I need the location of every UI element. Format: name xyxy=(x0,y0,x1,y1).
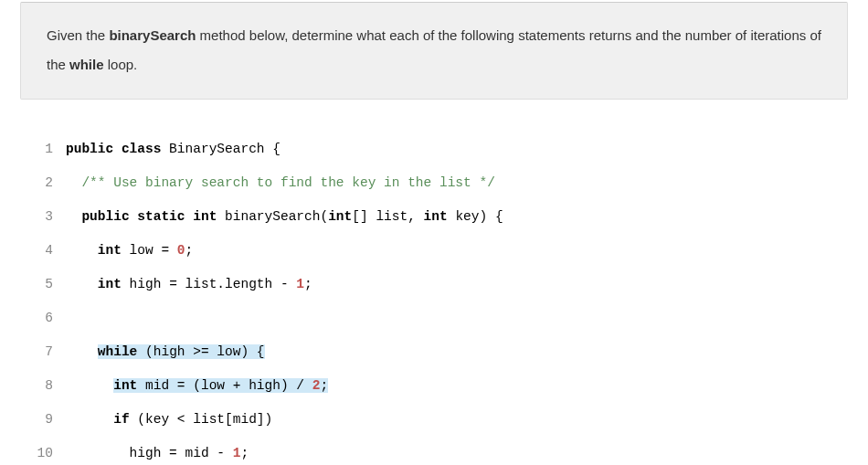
line-number: 8 xyxy=(18,377,66,395)
question-bold2: while xyxy=(69,57,104,72)
question-text: Given the binarySearch method below, det… xyxy=(47,21,821,79)
line-number: 3 xyxy=(18,208,66,226)
code-line: public static int binarySearch(int[] lis… xyxy=(66,208,868,226)
code-block: 1public class BinarySearch { 2 /** Use b… xyxy=(18,123,868,465)
line-number: 5 xyxy=(18,276,66,293)
code-line xyxy=(66,310,868,327)
line-number: 6 xyxy=(18,310,66,327)
line-number: 9 xyxy=(18,411,66,428)
line-number: 10 xyxy=(18,445,66,462)
code-line: public class BinarySearch { xyxy=(66,141,868,158)
line-number: 4 xyxy=(18,242,66,259)
line-number: 7 xyxy=(18,343,66,361)
question-part3: loop. xyxy=(104,57,138,72)
question-bold1: binarySearch xyxy=(109,27,196,43)
line-number: 2 xyxy=(18,174,66,192)
question-part1: Given the xyxy=(47,27,109,43)
code-line: while (high >= low) { xyxy=(66,343,868,361)
code-line: int low = 0; xyxy=(66,242,868,259)
code-line: /** Use binary search to find the key in… xyxy=(66,174,868,192)
code-line: if (key < list[mid]) xyxy=(66,411,868,428)
code-line: int mid = (low + high) / 2; xyxy=(66,377,868,395)
code-line: high = mid - 1; xyxy=(66,445,868,462)
code-line: int high = list.length - 1; xyxy=(66,276,868,293)
line-number: 1 xyxy=(18,141,66,158)
question-box: Given the binarySearch method below, det… xyxy=(20,2,848,100)
